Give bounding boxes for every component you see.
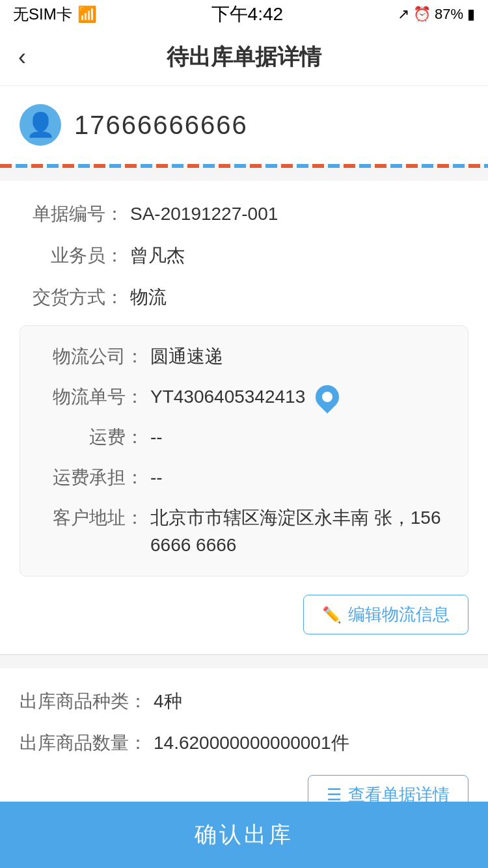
goods-quantity-label: 出库商品数量： <box>20 729 147 757</box>
battery-icon: ▮ <box>467 6 475 23</box>
confirm-btn-wrap: 确认出库 <box>0 802 488 868</box>
address-label: 客户地址： <box>40 504 144 532</box>
order-info-section: 单据编号： SA-20191227-001 业务员： 曾凡杰 交货方式： 物流 … <box>0 181 488 654</box>
carrier-text: 无SIM卡 <box>13 4 72 25</box>
edit-logistics-button[interactable]: ✏️ 编辑物流信息 <box>303 595 468 634</box>
delivery-label: 交货方式： <box>20 284 124 311</box>
edit-logistics-label: 编辑物流信息 <box>348 603 450 626</box>
goods-quantity-row: 出库商品数量： 14.620000000000001件 <box>20 729 468 757</box>
goods-types-label: 出库商品种类： <box>20 688 147 715</box>
logistics-card: 物流公司： 圆通速递 物流单号： YT4306405342413 运费： -- … <box>20 325 468 576</box>
page-title: 待出库单据详情 <box>167 42 321 72</box>
status-right: ↗ ⏰ 87% ▮ <box>398 6 475 23</box>
avatar: 👤 <box>20 104 61 146</box>
order-number-value: SA-20191227-001 <box>130 200 468 228</box>
agent-row: 业务员： 曾凡杰 <box>20 242 468 269</box>
order-number-label: 单据编号： <box>20 200 124 228</box>
logistics-company-value: 圆通速递 <box>150 343 448 370</box>
edit-icon: ✏️ <box>322 606 342 624</box>
user-phone: 17666666666 <box>74 111 248 140</box>
agent-label: 业务员： <box>20 242 124 269</box>
logistics-company-label: 物流公司： <box>40 343 144 370</box>
goods-types-row: 出库商品种类： 4种 <box>20 688 468 715</box>
logistics-company-row: 物流公司： 圆通速递 <box>40 343 448 370</box>
goods-types-value: 4种 <box>154 688 468 715</box>
location-icon: ↗ <box>398 6 409 23</box>
order-number-row: 单据编号： SA-20191227-001 <box>20 200 468 228</box>
freight-bear-label: 运费承担： <box>40 464 144 491</box>
freight-value: -- <box>150 424 448 451</box>
wifi-icon: 📶 <box>77 5 97 23</box>
confirm-button[interactable]: 确认出库 <box>195 820 293 850</box>
freight-label: 运费： <box>40 424 144 451</box>
dashed-divider <box>0 164 488 168</box>
status-left: 无SIM卡 📶 <box>13 4 97 25</box>
logistics-tracking-label: 物流单号： <box>40 383 144 411</box>
logistics-tracking-value: YT4306405342413 <box>150 383 448 411</box>
battery-text: 87% <box>435 6 463 23</box>
address-value: 北京市市辖区海淀区永丰南 张，156 6666 6666 <box>150 504 448 559</box>
status-time: 下午4:42 <box>211 2 284 27</box>
freight-bear-row: 运费承担： -- <box>40 464 448 491</box>
back-button[interactable]: ‹ <box>18 44 26 71</box>
freight-row: 运费： -- <box>40 424 448 451</box>
freight-bear-value: -- <box>150 464 448 491</box>
nav-bar: ‹ 待出库单据详情 <box>0 29 488 86</box>
user-header: 👤 17666666666 <box>0 86 488 164</box>
edit-logistics-btn-wrap: ✏️ 编辑物流信息 <box>20 595 468 634</box>
delivery-row: 交货方式： 物流 <box>20 284 468 311</box>
section-divider <box>0 654 488 655</box>
goods-quantity-value: 14.620000000000001件 <box>154 729 468 757</box>
address-row: 客户地址： 北京市市辖区海淀区永丰南 张，156 6666 6666 <box>40 504 448 559</box>
status-bar: 无SIM卡 📶 下午4:42 ↗ ⏰ 87% ▮ <box>0 0 488 29</box>
person-icon: 👤 <box>26 111 55 139</box>
delivery-value: 物流 <box>130 284 468 311</box>
alarm-icon: ⏰ <box>413 6 431 23</box>
location-pin-icon[interactable] <box>311 381 344 414</box>
logistics-tracking-row: 物流单号： YT4306405342413 <box>40 383 448 411</box>
agent-value: 曾凡杰 <box>130 242 468 269</box>
